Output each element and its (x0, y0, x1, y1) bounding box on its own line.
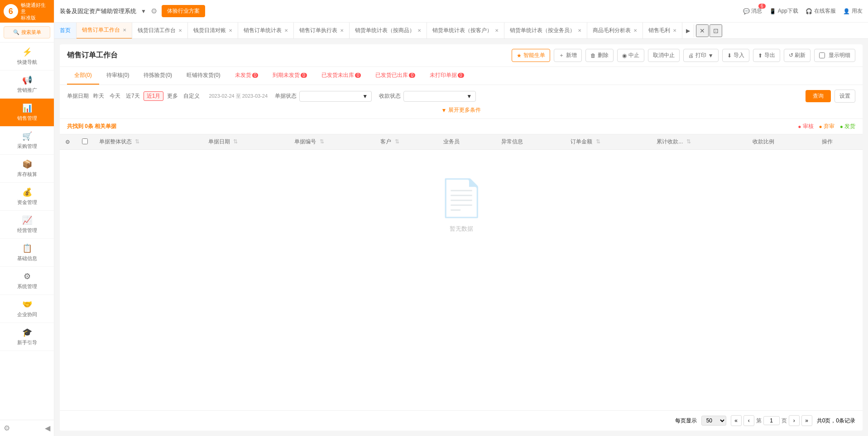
status-select[interactable]: ▼ (299, 91, 372, 102)
show-detail-button[interactable]: 显示明细 (814, 49, 855, 62)
sort-icon[interactable]: ⇅ (395, 138, 399, 145)
payment-select[interactable]: ▼ (403, 91, 476, 102)
prev-page-button[interactable]: ‹ (743, 415, 754, 426)
tab-sales-summary-customer[interactable]: 销货单统计表（按客户） ✕ (427, 23, 504, 39)
subtab-all[interactable]: 全部(0) (67, 67, 99, 85)
import-icon: ⬇ (727, 52, 732, 59)
sidebar-item-coop[interactable]: 🤝 企业协同 (0, 295, 54, 323)
smart-create-button[interactable]: ★ 智能生单 (512, 49, 550, 62)
subtab-not-printed[interactable]: 未打印单据0 (422, 67, 471, 85)
dropdown-icon: ▼ (141, 8, 146, 14)
next-page-button[interactable]: › (789, 415, 800, 426)
sort-icon[interactable]: ⇅ (596, 138, 600, 145)
subtab-pending-check[interactable]: 待拣验货(0) (136, 67, 179, 85)
export-button[interactable]: ⬆ 导出 (753, 49, 780, 62)
message-button[interactable]: 💬 消息 6 (743, 7, 762, 15)
collapse-sidebar-button[interactable]: ◀ (45, 424, 50, 432)
tab-cash-daily[interactable]: 钱货日清工作台 ✕ (132, 23, 188, 39)
sidebar-item-quick-nav[interactable]: ⚡ 快捷导航 (0, 43, 54, 71)
tabs-overflow-button[interactable]: ▶ (682, 28, 694, 34)
expand-filter-button[interactable]: ▼ 展开更多条件 (441, 106, 481, 114)
sort-icon[interactable]: ⇅ (135, 138, 139, 145)
date-option-more[interactable]: 更多 (165, 91, 180, 101)
tab-close-icon[interactable]: ✕ (495, 28, 499, 33)
settings-footer-button[interactable]: ⚙ (4, 424, 10, 432)
tab-close-icon[interactable]: ✕ (229, 28, 232, 33)
date-option-yesterday[interactable]: 昨天 (91, 91, 106, 101)
date-option-7days[interactable]: 近7天 (124, 91, 142, 101)
sidebar-item-label: 采购管理 (17, 143, 37, 150)
sort-icon[interactable]: ⇅ (320, 138, 324, 145)
tab-sales-profit[interactable]: 销售毛利 ✕ (643, 23, 682, 39)
first-page-button[interactable]: « (731, 415, 742, 426)
filter-settings-button[interactable]: 设置 (834, 90, 855, 103)
refresh-button[interactable]: ↺ 刷新 (784, 49, 810, 62)
delete-button[interactable]: 🗑 删除 (585, 49, 614, 62)
subtab-shipped-not-out[interactable]: 已发货未出库0 (314, 67, 369, 85)
close-all-tabs-button[interactable]: ✕ (696, 24, 709, 37)
sidebar-logo: 6 畅捷通好生意 标准版 (0, 0, 54, 23)
tab-sales-exec[interactable]: 销售订单执行表 ✕ (294, 23, 350, 39)
sidebar-item-operations[interactable]: 📈 经营管理 (0, 211, 54, 239)
last-page-button[interactable]: » (801, 415, 812, 426)
subtab-not-shipped[interactable]: 未发货0 (228, 67, 266, 85)
print-button[interactable]: 🖨 打印 ▼ (683, 49, 719, 62)
sidebar-item-purchase[interactable]: 🛒 采购管理 (0, 127, 54, 155)
subtab-pending-review[interactable]: 待审核(0) (99, 67, 137, 85)
sidebar-item-inventory[interactable]: 📦 库存核算 (0, 155, 54, 183)
per-page-select[interactable]: 50 100 200 (701, 416, 726, 426)
sort-icon[interactable]: ⇅ (233, 138, 238, 145)
tab-sales-stats[interactable]: 销售订单统计表 ✕ (238, 23, 294, 39)
tab-cash-account[interactable]: 钱货日清对账 ✕ (188, 23, 238, 39)
tab-sales-workbench[interactable]: 销售订单工作台 ✕ (77, 23, 132, 39)
tab-close-icon[interactable]: ✕ (284, 28, 288, 33)
tab-close-icon[interactable]: ✕ (417, 28, 421, 33)
sidebar-item-finance[interactable]: 💰 资金管理 (0, 183, 54, 211)
tab-close-icon[interactable]: ✕ (340, 28, 344, 33)
sales-icon: 📊 (22, 103, 32, 113)
batch-review-button[interactable]: ● 审核 (798, 123, 813, 130)
batch-ship-button[interactable]: ● 发货 (840, 123, 855, 130)
topbar-settings-button[interactable]: ⚙ (151, 7, 157, 15)
batch-cancel-button[interactable]: ● 弃审 (819, 123, 834, 130)
sort-icon[interactable]: ⇅ (686, 138, 691, 145)
tab-close-icon[interactable]: ✕ (123, 28, 126, 33)
system-dropdown[interactable]: ▼ (141, 8, 146, 14)
tab-sales-summary-staff[interactable]: 销货单统计表（按业务员） ✕ (504, 23, 587, 39)
import-button[interactable]: ⬇ 导入 (722, 49, 749, 62)
app-download-button[interactable]: 📱 App下载 (769, 7, 798, 15)
tab-margin-analysis[interactable]: 商品毛利分析表 ✕ (587, 23, 643, 39)
show-detail-checkbox[interactable] (819, 52, 825, 58)
online-service-button[interactable]: 🎧 在线客服 (806, 7, 836, 15)
tab-label: 销货单统计表（按商品） (355, 27, 415, 34)
subtab-shipped-out[interactable]: 已发货已出库0 (368, 67, 422, 85)
tab-home[interactable]: 首页 (54, 23, 77, 39)
add-button[interactable]: ＋ 新增 (554, 49, 582, 62)
search-menu-button[interactable]: 🔍 搜索菜单 (4, 26, 50, 38)
subtab-wangpu[interactable]: 旺铺待发货(0) (179, 67, 228, 85)
date-option-today[interactable]: 今天 (108, 91, 122, 101)
select-all-checkbox[interactable] (82, 138, 88, 144)
table-scroll: ⚙ 单据整体状态 ⇅ 单据日期 ⇅ (60, 134, 863, 410)
tab-close-icon[interactable]: ✕ (578, 28, 581, 33)
sidebar-item-guide[interactable]: 🎓 新手引导 (0, 323, 54, 351)
sidebar-item-sales[interactable]: 📊 销售管理 (0, 99, 54, 127)
sidebar-item-marketing[interactable]: 📢 营销推广 (0, 71, 54, 99)
stop-icon: ◉ (622, 52, 627, 59)
industry-plan-button[interactable]: 体验行业方案 (162, 5, 205, 17)
tab-close-icon[interactable]: ✕ (673, 28, 676, 33)
tab-close-icon[interactable]: ✕ (633, 28, 637, 33)
date-option-1month[interactable]: 近1月 (144, 91, 164, 101)
stop-button[interactable]: ◉ 中止 (617, 49, 644, 62)
query-button[interactable]: 查询 (806, 90, 831, 102)
refresh-tab-button[interactable]: ⊡ (710, 24, 722, 37)
tab-close-icon[interactable]: ✕ (178, 28, 182, 33)
sidebar-item-system[interactable]: ⚙ 系统管理 (0, 267, 54, 295)
page-number-input[interactable] (763, 416, 780, 425)
sidebar-item-base-info[interactable]: 📋 基础信息 (0, 239, 54, 267)
cancel-stop-button[interactable]: 取消中止 (648, 49, 680, 62)
date-option-custom[interactable]: 自定义 (182, 91, 201, 101)
subtab-expired-not-shipped[interactable]: 到期未发货0 (265, 67, 314, 85)
tab-sales-summary-product[interactable]: 销货单统计表（按商品） ✕ (350, 23, 427, 39)
user-menu-button[interactable]: 👤 用友 (843, 7, 863, 15)
